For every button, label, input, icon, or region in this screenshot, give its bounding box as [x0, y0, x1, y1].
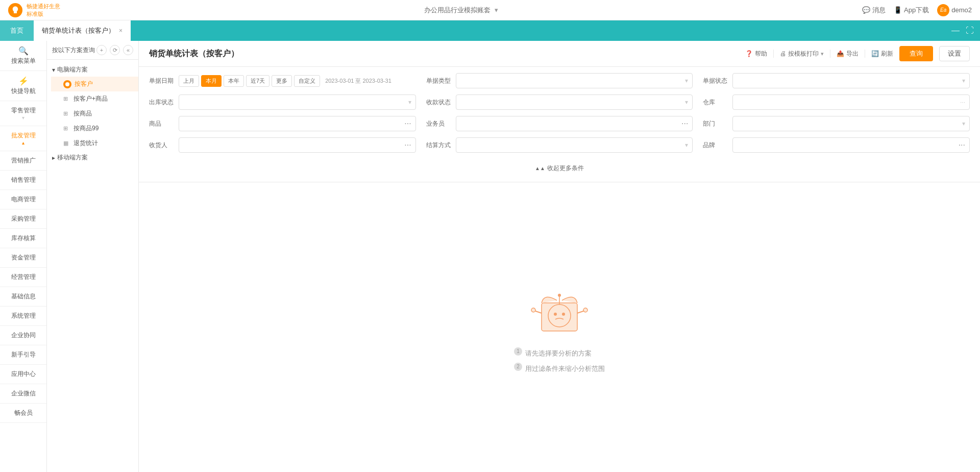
sidebar-item-ecommerce[interactable]: 电商管理: [0, 190, 46, 209]
operations-label: 经营管理: [4, 273, 42, 281]
salesperson-control[interactable]: ···: [456, 116, 693, 131]
tab-home[interactable]: 首页: [0, 20, 34, 41]
date-7days[interactable]: 近7天: [246, 75, 270, 87]
date-label: 单据日期: [149, 77, 175, 85]
system-label: 系统管理: [4, 312, 42, 320]
goods-control[interactable]: ···: [179, 116, 416, 131]
mobile-group-label: 移动端方案: [57, 153, 88, 162]
scheme-refresh-btn[interactable]: ⟳: [110, 45, 120, 55]
tab-minimize-btn[interactable]: —: [951, 26, 960, 35]
sidebar-item-wholesale[interactable]: 批发管理 ▴: [0, 126, 46, 151]
empty-state: 1 请先选择要分析的方案 2 用过滤条件来缩小分析范围: [514, 277, 605, 377]
tree-group-mobile-header[interactable]: ▸ 移动端方案: [47, 151, 138, 164]
date-this-month[interactable]: 本月: [201, 75, 222, 87]
enterprise-label: 企业协同: [4, 331, 42, 340]
salesperson-dots[interactable]: ···: [681, 119, 688, 128]
brand-control[interactable]: ···: [732, 137, 970, 153]
tree-item-by-customer-goods[interactable]: ⊞ 按客户+商品: [51, 91, 138, 106]
warehouse-dots: ···: [960, 99, 965, 106]
sidebar-item-basicinfo[interactable]: 基础信息: [0, 287, 46, 306]
date-last-month[interactable]: 上月: [179, 75, 199, 87]
payment-status-control[interactable]: ▾: [456, 95, 693, 110]
date-more[interactable]: 更多: [272, 75, 292, 87]
wholesale-arrow: ▴: [4, 140, 42, 146]
print-dropdown-icon[interactable]: ▾: [821, 51, 824, 57]
message-btn[interactable]: 💬 消息: [862, 6, 886, 15]
scheme-add-btn[interactable]: +: [96, 45, 107, 55]
receiver-label: 收货人: [149, 141, 175, 150]
avatar: Ea: [937, 4, 949, 16]
department-control[interactable]: ▾: [732, 116, 970, 131]
retail-label: 零售管理: [4, 106, 42, 115]
settlement-label: 结算方式: [426, 141, 452, 150]
export-btn[interactable]: 📤 导出: [837, 50, 859, 58]
brand-dots[interactable]: ···: [959, 140, 965, 150]
tree-item-by-goods[interactable]: ⊞ 按商品: [51, 106, 138, 121]
search-icon: 🔍: [4, 46, 42, 56]
tip2-num: 2: [514, 363, 522, 371]
sidebar-item-inventory[interactable]: 库存核算: [0, 229, 46, 248]
warehouse-control[interactable]: ···: [732, 95, 970, 110]
filter-date: 单据日期 上月 本月 本年 近7天 更多 自定义 2023-03-01 至 20…: [149, 75, 416, 87]
tree-item-by-goods-99[interactable]: ⊞ 按商品99: [51, 121, 138, 136]
receiver-control[interactable]: ···: [179, 137, 416, 153]
order-status-arrow: ▾: [962, 77, 965, 84]
settlement-control[interactable]: ▾: [456, 137, 693, 153]
sidebar-item-quicknav[interactable]: ⚡ 快捷导航: [0, 71, 46, 101]
scheme-panel: 按以下方案查询 + ⟳ « ▾ 电脑端方案: [47, 41, 139, 472]
svg-point-0: [65, 82, 69, 86]
print-icon: 🖨: [780, 50, 786, 57]
logo-text: 畅捷通好生意 标准版: [27, 3, 60, 17]
scheme-collapse-btn[interactable]: «: [123, 45, 133, 55]
sidebar-item-finance[interactable]: 资金管理: [0, 248, 46, 268]
svg-point-2: [548, 304, 571, 327]
user-avatar-btn[interactable]: Ea demo2: [937, 4, 972, 16]
filter-order-status: 单据状态 ▾: [703, 73, 970, 88]
tab-expand-btn[interactable]: ⛶: [966, 26, 974, 35]
sidebar-item-retail[interactable]: 零售管理 ▾: [0, 101, 46, 126]
sidebar-item-marketing[interactable]: 营销推广: [0, 151, 46, 171]
query-button[interactable]: 查询: [899, 46, 933, 61]
filter-department: 部门 ▾: [703, 116, 970, 131]
refresh-btn[interactable]: 🔄 刷新: [871, 50, 893, 58]
export-label: 导出: [846, 50, 859, 58]
sidebar-item-wechat[interactable]: 企业微信: [0, 384, 46, 404]
tree-group-pc-header[interactable]: ▾ 电脑端方案: [47, 63, 138, 77]
order-type-control[interactable]: ▾: [456, 73, 693, 88]
app-download-btn[interactable]: 📱 App下载: [894, 6, 929, 15]
stock-status-label: 出库状态: [149, 98, 175, 107]
header-workspace[interactable]: 办公用品行业模拟账套 ▾: [424, 6, 498, 15]
sidebar-item-search[interactable]: 🔍 搜索菜单: [0, 41, 46, 71]
username-label: demo2: [951, 6, 972, 14]
date-this-year[interactable]: 本年: [224, 75, 244, 87]
settings-button[interactable]: 设置: [939, 46, 970, 61]
date-custom[interactable]: 自定义: [294, 75, 320, 87]
stock-status-control[interactable]: ▾: [179, 95, 416, 110]
print-btn[interactable]: 🖨 按模板打印 ▾: [780, 50, 824, 58]
tree-item-return-stats[interactable]: ▦ 退货统计: [51, 136, 138, 151]
order-status-control[interactable]: ▾: [732, 73, 970, 88]
help-btn[interactable]: ❓ 帮助: [745, 50, 767, 58]
sidebar: 🔍 搜索菜单 ⚡ 快捷导航 零售管理 ▾ 批发管理 ▴ 营销推广 销售管理 电商…: [0, 41, 47, 472]
goods-dots[interactable]: ···: [404, 119, 411, 128]
sidebar-item-sales[interactable]: 销售管理: [0, 171, 46, 190]
sidebar-item-appcenter[interactable]: 应用中心: [0, 365, 46, 384]
sidebar-quicknav-label: 快捷导航: [4, 87, 42, 96]
divider3: [865, 50, 865, 58]
sidebar-item-enterprise[interactable]: 企业协同: [0, 326, 46, 345]
tip2-text: 用过滤条件来缩小分析范围: [525, 362, 605, 375]
department-arrow: ▾: [962, 120, 965, 127]
receiver-dots[interactable]: ···: [404, 140, 411, 150]
sidebar-item-member[interactable]: 畅会员: [0, 404, 46, 423]
tree-item-by-customer[interactable]: 按客户: [51, 77, 138, 91]
sidebar-item-operations[interactable]: 经营管理: [0, 268, 46, 287]
divider2: [830, 50, 830, 58]
sidebar-item-system[interactable]: 系统管理: [0, 306, 46, 326]
tab-close-btn[interactable]: ×: [119, 27, 122, 34]
sidebar-item-newbie[interactable]: 新手引导: [0, 345, 46, 365]
workspace-dropdown-icon[interactable]: ▾: [495, 6, 498, 14]
tab-sales-stats[interactable]: 销货单统计表（按客户） ×: [34, 20, 131, 41]
sidebar-item-purchase[interactable]: 采购管理: [0, 209, 46, 229]
by-goods-label: 按商品: [74, 109, 92, 118]
collapse-btn[interactable]: ▲▲ 收起更多条件: [532, 161, 587, 176]
